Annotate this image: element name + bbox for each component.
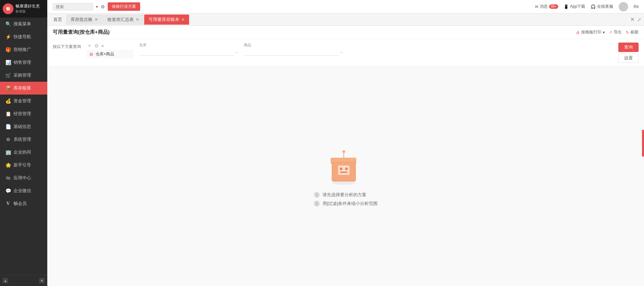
search-input[interactable] [53, 3, 93, 10]
scheme-icon: ⚙ [89, 52, 94, 57]
collapse-scheme-btn[interactable]: « [101, 43, 105, 48]
query-button[interactable]: 查询 [618, 43, 639, 52]
empty-illustration [325, 146, 366, 186]
tab-close-active-btn[interactable]: ✕ [181, 18, 185, 22]
headset-icon: 🎧 [591, 4, 596, 9]
sidebar-item-label: 企业微信 [14, 188, 31, 194]
export-label: 导出 [614, 29, 622, 35]
export-btn[interactable]: ↗ 导出 [609, 29, 622, 35]
sidebar-item-purchase[interactable]: 🛒 采购管理 [0, 69, 47, 82]
hint-text-2: 用[过滤]条件来缩小分析范围 [323, 201, 378, 207]
page-title: 可用量查询(按仓库+商品) [53, 29, 110, 35]
shopping-icon: 🛍 [5, 175, 11, 181]
scheme-item-warehouse-product[interactable]: ⚙ 仓库+商品 [86, 50, 134, 58]
page-actions: 🖨 按模板打印 ▾ ↗ 导出 ↻ 刷新 [576, 29, 639, 35]
username-label: Rit [634, 4, 639, 9]
filter-scheme-header: ＋ ⊙ « [86, 43, 134, 49]
sidebar-item-app-center[interactable]: 🛍 应用中心 [0, 172, 47, 184]
warehouse-more-btn[interactable]: ··· [235, 50, 238, 54]
refresh-btn[interactable]: ↻ 刷新 [626, 29, 639, 35]
search-dropdown-btn[interactable]: ▾ [96, 4, 98, 9]
sidebar-scroll-down[interactable]: ▼ [39, 278, 45, 283]
empty-hint-1: 1 请先选择要分析的方案 [314, 192, 378, 198]
filter-scheme-panel: ＋ ⊙ « ⚙ 仓库+商品 [86, 43, 134, 58]
chat-icon: 💬 [5, 188, 11, 193]
search-icon: 🔍 [5, 21, 11, 27]
sidebar-item-label: 搜索菜单 [14, 21, 31, 27]
sidebar-item-inventory[interactable]: 📦 库存核算 [0, 82, 47, 95]
sidebar-scroll-up[interactable]: ▲ [3, 278, 8, 283]
product-more-btn[interactable]: ··· [340, 50, 343, 54]
online-service-label: 在线客服 [597, 4, 613, 9]
scheme-item-label: 仓库+商品 [96, 51, 114, 57]
tab-label: 收发存汇总表 [107, 17, 134, 23]
topbar: ▾ ⚙ 体验行业方案 ✉ 消息 99+ 📱 App下载 🎧 在线客服 Rit [47, 0, 644, 14]
sidebar-header: 畅 畅康通好生意 标准版 [0, 0, 47, 18]
tabbar-expand-btn[interactable]: ⤢ [637, 17, 641, 22]
money-icon: 💰 [5, 98, 11, 104]
gear-icon: ⚙ [5, 137, 11, 142]
tab-label: 库存批次账 [71, 17, 93, 23]
topbar-right: ✉ 消息 99+ 📱 App下载 🎧 在线客服 Rit [535, 2, 639, 11]
sidebar-item-label: 应用中心 [14, 175, 31, 181]
sidebar-item-system[interactable]: ⚙ 系统管理 [0, 133, 47, 146]
sidebar-item-sales[interactable]: 📊 销售管理 [0, 56, 47, 69]
svg-point-8 [342, 150, 345, 153]
tabbar: 首页 库存批次账 ✕ 收发存汇总表 ✕ 可用量库存账本 ✕ ✕ ⤢ [47, 14, 644, 26]
sidebar-item-basic-info[interactable]: 📄 基础信息 [0, 120, 47, 133]
add-scheme-btn[interactable]: ＋ [86, 43, 93, 49]
sidebar-item-search[interactable]: 🔍 搜索菜单 [0, 18, 47, 30]
sidebar-item-label: 畅会员 [14, 201, 27, 207]
page-header: 可用量查询(按仓库+商品) 🖨 按模板打印 ▾ ↗ 导出 ↻ 刷新 [47, 26, 644, 39]
tab-collect-account[interactable]: 收发存汇总表 ✕ [103, 15, 144, 25]
warehouse-input[interactable] [139, 48, 234, 56]
sidebar-item-label: 销售管理 [14, 59, 31, 66]
sidebar-item-quick-nav[interactable]: ⚡ 快捷导航 [0, 30, 47, 43]
online-service-btn[interactable]: 🎧 在线客服 [591, 4, 613, 9]
sidebar-item-label: 经营管理 [14, 111, 31, 117]
sidebar-item-enterprise[interactable]: 🏢 企业协同 [0, 146, 47, 159]
lightning-icon: ⚡ [5, 34, 11, 40]
warehouse-field-label: 仓库 [139, 43, 238, 48]
filter-area: 按以下方案查询 ＋ ⊙ « ⚙ 仓库+商品 仓库 ··· 商品 [47, 39, 644, 67]
phone-icon: 📱 [564, 4, 569, 9]
tabbar-close-btn[interactable]: ✕ [630, 16, 635, 23]
sidebar-item-finance[interactable]: 💰 资金管理 [0, 95, 47, 107]
industry-btn[interactable]: 体验行业方案 [108, 2, 140, 11]
empty-svg [325, 146, 366, 186]
sidebar: 畅 畅康通好生意 标准版 🔍 搜索菜单 ⚡ 快捷导航 🎁 营销推广 📊 销售管理… [0, 0, 47, 286]
right-scrollbar[interactable] [642, 130, 644, 157]
app-download-btn[interactable]: 📱 App下载 [564, 4, 585, 9]
template-print-btn[interactable]: 🖨 按模板打印 ▾ [576, 29, 605, 35]
message-btn[interactable]: ✉ 消息 99+ [535, 4, 558, 9]
product-input[interactable] [244, 48, 338, 56]
avatar [619, 2, 628, 11]
sidebar-item-marketing[interactable]: 🎁 营销推广 [0, 43, 47, 56]
filter-fields: 仓库 ··· 商品 ··· [139, 43, 613, 56]
filter-scheme-label: 按以下方案查询 [53, 43, 81, 50]
sidebar-item-newbie[interactable]: 🌟 新手引导 [0, 159, 47, 172]
hint-num-2: 2 [314, 201, 320, 207]
tab-batch-account[interactable]: 库存批次账 ✕ [66, 15, 102, 25]
tab-close-btn[interactable]: ✕ [136, 18, 139, 22]
filter-field-warehouse: 仓库 ··· [139, 43, 238, 56]
main-content: ▾ ⚙ 体验行业方案 ✉ 消息 99+ 📱 App下载 🎧 在线客服 Rit 首… [47, 0, 644, 286]
sidebar-item-operations[interactable]: 📋 经营管理 [0, 107, 47, 120]
hint-num-1: 1 [314, 192, 320, 198]
sidebar-item-label: 采购管理 [14, 72, 31, 78]
edit-scheme-btn[interactable]: ⊙ [94, 43, 99, 48]
refresh-icon: ↻ [626, 30, 629, 35]
product-field-label: 商品 [244, 43, 343, 48]
settings-button[interactable]: 设置 [618, 53, 639, 63]
sidebar-title: 畅康通好生意 [16, 4, 40, 9]
sidebar-item-wechat[interactable]: 💬 企业微信 [0, 184, 47, 197]
sidebar-item-label: 基础信息 [14, 124, 31, 130]
app-download-label: App下载 [570, 4, 585, 9]
tab-close-btn[interactable]: ✕ [95, 18, 98, 22]
tab-label: 可用量库存账本 [149, 17, 179, 23]
tab-available-account[interactable]: 可用量库存账本 ✕ [144, 15, 189, 25]
tab-home[interactable]: 首页 [50, 15, 66, 25]
empty-hint-2: 2 用[过滤]条件来缩小分析范围 [314, 201, 378, 207]
sidebar-item-member[interactable]: V 畅会员 [0, 197, 47, 210]
topbar-gear-btn[interactable]: ⚙ [101, 4, 105, 9]
